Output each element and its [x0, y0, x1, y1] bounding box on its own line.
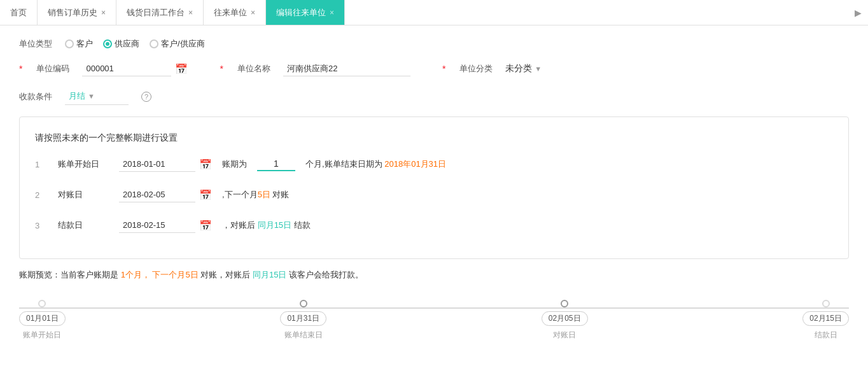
tl-label-0: 01月01日: [19, 311, 66, 326]
timeline-points: 01月01日 账单开始日 01月31日 账单结束日 02月05日 对账日 02月…: [19, 300, 849, 341]
period-field-label-3: 结款日: [58, 220, 109, 231]
tab-sales-history[interactable]: 销售订单历史 ×: [38, 0, 116, 25]
period-num-3: 3: [35, 221, 48, 230]
period-desc-1: 账期为: [222, 158, 247, 170]
reconcile-day: 5日: [258, 190, 270, 199]
close-icon[interactable]: ×: [251, 8, 255, 17]
period-date-2-input[interactable]: [119, 187, 195, 202]
payment-condition-select[interactable]: 月结 ▼: [65, 88, 129, 105]
period-date-3-input[interactable]: [119, 218, 195, 233]
chevron-down-icon: ▼: [535, 65, 542, 73]
required-star-code: *: [19, 64, 22, 74]
radio-supplier[interactable]: 供应商: [103, 38, 139, 50]
period-card-title: 请按照未来的一个完整帐期进行设置: [35, 132, 833, 144]
calendar-icon-1[interactable]: 📅: [199, 158, 212, 171]
required-star-name: *: [220, 64, 223, 74]
tl-sublabel-0: 账单开始日: [23, 330, 61, 341]
payment-condition-value: 月结: [69, 90, 85, 102]
unit-info-row: * 单位编码 📅 * 单位名称 * 单位分类 未分类 ▼: [19, 61, 849, 76]
period-date-1-wrapper: 📅: [119, 157, 212, 172]
close-icon[interactable]: ×: [330, 8, 334, 17]
period-num-1: 1: [35, 160, 48, 169]
radio-customer-supplier-label: 客户/供应商: [161, 38, 205, 50]
tab-home-label: 首页: [10, 7, 27, 18]
tl-dot-0: [38, 300, 46, 307]
unit-name-input[interactable]: [283, 61, 410, 76]
tab-cash-work-label: 钱货日清工作台: [127, 7, 185, 18]
chevron-down-icon: ▼: [88, 92, 95, 100]
preview-prefix: 账期预览：当前客户账期是: [19, 270, 118, 279]
tl-dot-3: [822, 300, 830, 307]
close-icon[interactable]: ×: [188, 8, 193, 17]
period-date-1-input[interactable]: [119, 157, 195, 172]
timeline-point-1: 01月31日 账单结束日: [280, 300, 326, 341]
period-card: 请按照未来的一个完整帐期进行设置 1 账单开始日 📅 账期为 个月,账单结束日期…: [19, 116, 849, 259]
radio-customer-supplier-circle: [150, 39, 158, 48]
timeline-point-3: 02月15日 结款日: [802, 300, 849, 341]
period-num-2: 2: [35, 190, 48, 200]
tabs-bar: 首页 销售订单历史 × 钱货日清工作台 × 往来单位 × 编辑往来单位 × ▶: [0, 0, 868, 25]
unit-code-label: 单位编码: [36, 63, 69, 74]
tab-edit-partner-label: 编辑往来单位: [276, 7, 326, 18]
tab-partner-label: 往来单位: [214, 7, 247, 18]
tl-label-1: 01月31日: [280, 311, 326, 326]
help-icon[interactable]: ?: [141, 92, 151, 102]
calendar-icon-3[interactable]: 📅: [199, 220, 212, 232]
required-star-category: *: [442, 64, 445, 74]
unit-name-label: 单位名称: [237, 63, 270, 74]
preview-suffix: 该客户会给我打款。: [289, 270, 363, 279]
month-input[interactable]: [257, 157, 295, 171]
preview-mid: 对账，对账后: [200, 270, 250, 279]
close-icon[interactable]: ×: [101, 8, 106, 17]
preview-text: 账期预览：当前客户账期是 1个月， 下一个月5日 对账，对账后 同月15日 该客…: [19, 269, 849, 281]
radio-supplier-circle: [103, 39, 112, 48]
calendar-icon-2[interactable]: 📅: [199, 189, 212, 201]
period-row-3: 3 结款日 📅 ，对账后 同月15日 结款: [35, 218, 833, 233]
timeline-point-0: 01月01日 账单开始日: [19, 300, 66, 341]
tab-partner[interactable]: 往来单位 ×: [204, 0, 266, 25]
radio-customer-circle: [65, 39, 74, 48]
timeline-point-2: 02月05日 对账日: [542, 300, 588, 341]
tab-edit-partner[interactable]: 编辑往来单位 ×: [266, 0, 345, 25]
tab-cash-work[interactable]: 钱货日清工作台 ×: [116, 0, 204, 25]
preview-val3: 同月15日: [253, 270, 286, 279]
period-date-2-wrapper: 📅: [119, 187, 212, 202]
period-row-2: 2 对账日 📅 ,下一个月5日 对账: [35, 187, 833, 202]
unit-category-label: 单位分类: [459, 63, 493, 74]
period-desc-1b: 个月,账单结束日期为 2018年01月31日: [305, 158, 446, 170]
period-field-label-1: 账单开始日: [58, 158, 109, 170]
period-end-date: 2018年01月31日: [384, 159, 446, 169]
tl-sublabel-2: 对账日: [553, 330, 576, 341]
timeline-container: 01月01日 账单开始日 01月31日 账单结束日 02月05日 对账日 02月…: [19, 293, 849, 347]
period-field-label-2: 对账日: [58, 189, 109, 201]
period-row-1: 1 账单开始日 📅 账期为 个月,账单结束日期为 2018年01月31日: [35, 157, 833, 172]
payment-row: 收款条件 月结 ▼ ?: [19, 88, 849, 105]
unit-code-field-wrapper: 📅: [82, 61, 188, 76]
period-desc-2: ,下一个月5日 对账: [222, 189, 289, 201]
payment-condition-label: 收款条件: [19, 91, 52, 102]
radio-supplier-label: 供应商: [115, 38, 139, 50]
payment-day: 同月15日: [258, 220, 291, 230]
tl-sublabel-3: 结款日: [815, 330, 837, 341]
unit-type-radio-group: 客户 供应商 客户/供应商: [65, 38, 205, 50]
unit-type-row: 单位类型 客户 供应商 客户/供应商: [19, 38, 849, 50]
tl-sublabel-1: 账单结束日: [284, 330, 323, 341]
unit-type-label: 单位类型: [19, 38, 52, 50]
period-desc-3: ，对账后 同月15日 结款: [222, 220, 311, 231]
tl-dot-2: [561, 300, 568, 307]
unit-category-select[interactable]: 未分类 ▼: [505, 63, 556, 74]
tl-dot-1: [300, 300, 307, 307]
unit-code-icon[interactable]: 📅: [175, 63, 188, 75]
tab-sales-history-label: 销售订单历史: [48, 7, 97, 18]
radio-customer-supplier[interactable]: 客户/供应商: [150, 38, 205, 50]
radio-customer-label: 客户: [76, 38, 93, 50]
radio-customer[interactable]: 客户: [65, 38, 93, 50]
tab-arrow[interactable]: ▶: [848, 8, 868, 18]
unit-code-input[interactable]: [82, 61, 171, 76]
unit-category-value: 未分类: [505, 63, 532, 74]
main-content: 单位类型 客户 供应商 客户/供应商 * 单位编码 📅 * 单位名称 *: [0, 25, 868, 387]
tab-home[interactable]: 首页: [0, 0, 38, 25]
preview-val2: 下一个月5日: [152, 270, 198, 279]
tl-label-2: 02月05日: [542, 311, 588, 326]
preview-val1: 1个月，: [121, 270, 150, 279]
